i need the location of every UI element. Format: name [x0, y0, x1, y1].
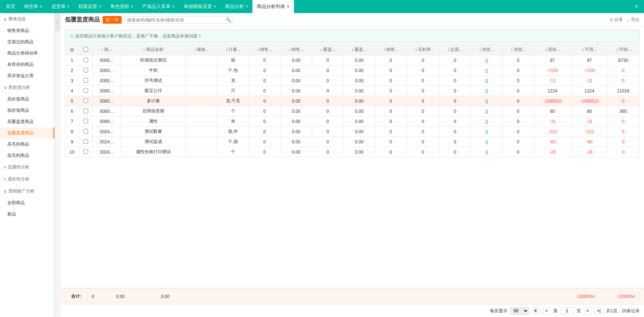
- table-cell-col9: 0.00: [343, 147, 375, 157]
- nav-role-auth[interactable]: 角色授权 ×: [106, 0, 138, 13]
- sidebar-item-low-value[interactable]: 低价值商品: [0, 105, 54, 116]
- data-table: ⚙ ↕商... ↕商品名称 ↕规格... ↕计量... ↕销售... ↕销售..…: [65, 44, 640, 157]
- sidebar-section-marketing[interactable]: ∨ 营销推广分析: [0, 185, 54, 197]
- row-checkbox[interactable]: [83, 88, 88, 93]
- table-cell-col11: 0: [407, 55, 439, 66]
- browse-link[interactable]: 0: [486, 68, 488, 73]
- table-cell-unit: 克: [217, 76, 249, 86]
- th-browse1[interactable]: ↕浏览...: [471, 44, 503, 55]
- row-checkbox[interactable]: [83, 139, 88, 144]
- content-header: 低覆盖度商品 近一月 🔍 ⎘ 分享 ↓ 导出: [60, 13, 644, 27]
- th-code[interactable]: ↕商...: [93, 44, 121, 55]
- sidebar-item-new-goods[interactable]: 新品: [0, 209, 54, 220]
- search-input[interactable]: [127, 17, 224, 23]
- sidebar-item-category-turnover[interactable]: 商品分类销动率: [0, 48, 54, 59]
- browse-link[interactable]: 0: [486, 129, 488, 134]
- sidebar-item-low-margin[interactable]: 低毛利商品: [0, 150, 54, 161]
- row-checkbox[interactable]: [83, 108, 88, 113]
- sidebar-item-traded-goods[interactable]: 交易过的商品: [0, 36, 54, 48]
- row-checkbox[interactable]: [83, 68, 88, 72]
- browse-link[interactable]: 0: [486, 99, 488, 104]
- browse-link[interactable]: 0: [486, 78, 488, 83]
- nav-product-analysis[interactable]: 商品分析 ×: [221, 0, 253, 13]
- page-size-select[interactable]: 50 10 20 100: [510, 307, 529, 315]
- row-checkbox[interactable]: [83, 149, 88, 154]
- select-all-checkbox[interactable]: [83, 47, 88, 52]
- nav-home[interactable]: 首页: [1, 0, 20, 13]
- browse-link[interactable]: 0: [486, 119, 488, 124]
- search-box[interactable]: 🔍: [125, 16, 234, 24]
- browse-link[interactable]: 0: [486, 139, 488, 144]
- close-all-tabs-button[interactable]: ×: [631, 3, 643, 10]
- share-button[interactable]: ⎘ 分享: [610, 17, 623, 23]
- th-sales3[interactable]: ↕销售...: [375, 44, 407, 55]
- table-cell-code: 0024...: [93, 147, 121, 157]
- nav-permission-settings[interactable]: 权限设置 ×: [74, 0, 106, 13]
- first-page-button[interactable]: K: [532, 307, 540, 314]
- nav-template-settings[interactable]: 单据模板设置 ×: [179, 0, 221, 13]
- table-cell-col11: 0: [407, 86, 439, 96]
- next-page-button[interactable]: >: [584, 307, 592, 314]
- table-cell-unit: 个: [217, 147, 249, 157]
- sidebar-item-instock-goods[interactable]: 有库存的商品: [0, 59, 54, 70]
- th-cover1[interactable]: ↕覆盖...: [312, 44, 343, 55]
- row-checkbox[interactable]: [83, 78, 88, 83]
- table-cell-col12: 0: [439, 96, 471, 106]
- sidebar-item-high-coverage[interactable]: 高覆盖度商品: [0, 116, 54, 127]
- sidebar-item-low-coverage[interactable]: 低覆盖度商品: [0, 127, 54, 139]
- row-checkbox[interactable]: [83, 98, 88, 103]
- sidebar-item-high-value[interactable]: 高价值商品: [0, 94, 54, 105]
- sidebar-item-sales-goods[interactable]: 销售类商品: [0, 25, 54, 36]
- th-sales2[interactable]: ↕销售...: [280, 44, 312, 55]
- table-cell-col12: 0: [439, 66, 471, 76]
- th-browse2[interactable]: ↕浏览...: [502, 44, 534, 55]
- table-cell-col8: 0: [312, 137, 343, 147]
- sidebar-item-high-margin[interactable]: 高毛利商品: [0, 139, 54, 150]
- table-cell-col13: 0: [471, 147, 503, 157]
- total-col16: -1095554: [616, 294, 635, 299]
- th-margin[interactable]: ↕毛利率: [407, 44, 439, 55]
- th-current-stock[interactable]: ↕现有...: [534, 44, 571, 55]
- th-spec[interactable]: ↕规格...: [186, 44, 217, 55]
- nav-sales-order[interactable]: 销货单 ×: [20, 0, 47, 13]
- th-settings[interactable]: ⚙: [65, 44, 79, 55]
- th-sales1[interactable]: ↕销售...: [249, 44, 280, 55]
- sidebar-item-all-goods[interactable]: 全部商品: [0, 197, 54, 209]
- info-banner: ☆ 这些商品只有很少客户购买过，是推广不够，还是商品本身问题？: [65, 30, 640, 43]
- nav-product-analysis-list[interactable]: 商品分析列表 ×: [252, 0, 294, 13]
- nav-purchase-order[interactable]: 进货单 ×: [47, 0, 74, 13]
- export-icon: ↓: [627, 17, 629, 23]
- row-checkbox[interactable]: [83, 119, 88, 123]
- last-page-button[interactable]: >|: [594, 307, 603, 314]
- table-cell-name: 启用保质期: [121, 106, 185, 116]
- row-checkbox[interactable]: [83, 58, 88, 62]
- th-checkbox[interactable]: [79, 44, 92, 55]
- th-unit[interactable]: ↕计量...: [217, 44, 249, 55]
- browse-link[interactable]: 0: [486, 88, 488, 94]
- sidebar-item-inventory-capital[interactable]: 库存资金占用: [0, 70, 54, 82]
- th-cover2[interactable]: ↕覆盖...: [343, 44, 375, 55]
- table-cell-col16: -11: [571, 76, 608, 86]
- prev-page-button[interactable]: <: [543, 307, 550, 314]
- th-saleable[interactable]: ↕可销...: [608, 44, 640, 55]
- search-icon[interactable]: 🔍: [226, 17, 231, 23]
- nav-product-inbound[interactable]: 产成品入库单 ×: [138, 0, 179, 13]
- row-checkbox[interactable]: [83, 129, 88, 134]
- browse-link[interactable]: 0: [486, 150, 488, 155]
- th-trade[interactable]: ↕交易...: [439, 44, 471, 55]
- sidebar-section-category-analysis[interactable]: ∨ 类射度分析: [0, 82, 54, 94]
- sidebar-section-overall[interactable]: ∨ 整体信息: [0, 13, 54, 25]
- total-row: 合计: 0 0.00 0.00 -1095554 -1095554: [60, 288, 644, 304]
- sidebar-section-growth[interactable]: > 成长性分析: [0, 173, 54, 185]
- sidebar-section-liquidity[interactable]: > 流通性分析: [0, 161, 54, 173]
- table-cell-unit: 克,千克: [217, 96, 249, 106]
- browse-link[interactable]: 0: [486, 109, 488, 114]
- table-cell-col15: 80: [534, 106, 571, 116]
- export-button[interactable]: ↓ 导出: [627, 17, 640, 23]
- browse-link[interactable]: 0: [486, 58, 488, 63]
- th-name[interactable]: ↕商品名称: [121, 44, 185, 55]
- th-available-stock[interactable]: ↕可用...: [571, 44, 608, 55]
- period-button[interactable]: 近一月: [103, 16, 122, 24]
- sidebar-collapse-button[interactable]: «: [55, 13, 60, 31]
- page-number-input[interactable]: [561, 307, 574, 314]
